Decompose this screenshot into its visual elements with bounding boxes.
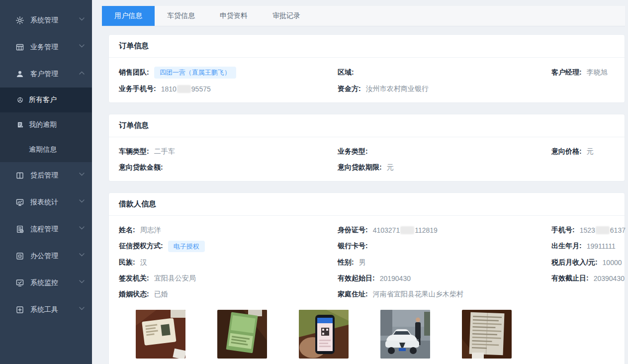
field-label: 签发机关: xyxy=(119,274,149,283)
columns-icon xyxy=(15,171,24,180)
sidebar-item-system-management[interactable]: 系统管理 xyxy=(0,7,92,34)
field-bank-card-number: 银行卡号: xyxy=(338,242,551,251)
main-content: 用户信息车贷信息申贷资料审批记录 订单信息销售团队:四团一营（直属王鹏飞）区域:… xyxy=(92,0,628,364)
tab-loan-application-docs[interactable]: 申贷资料 xyxy=(207,6,260,26)
field-tag: 电子授权 xyxy=(168,241,205,253)
field-value: 汉 xyxy=(140,258,147,267)
monitor-icon xyxy=(15,198,24,207)
field-valid-from: 有效起始日:20190430 xyxy=(338,274,551,283)
chevron-down-icon xyxy=(79,253,85,259)
other-document-photo[interactable]: 其他材料 xyxy=(462,310,512,364)
field-label: 银行卡号: xyxy=(338,242,368,251)
field-row: 姓名:周志洋身份证号:4103271112819手机号:15236137 xyxy=(119,225,615,236)
field-row: 车辆类型:二手车业务类型:意向价格:元 xyxy=(119,146,615,157)
sidebar-item-report-statistics[interactable]: 报表统计 xyxy=(0,189,92,216)
sidebar-item-label: 系统管理 xyxy=(30,16,79,25)
tab-car-loan-info[interactable]: 车贷信息 xyxy=(155,6,207,26)
sidebar-item-label: 流程管理 xyxy=(30,225,79,234)
field-label: 资金方: xyxy=(338,85,361,93)
field-valid-to: 有效截止日:20390430 xyxy=(551,274,625,283)
field-row: 业务手机号:181095575资金方:汝州市农村商业银行 xyxy=(119,84,615,94)
sidebar-item-business-management[interactable]: 业务管理 xyxy=(0,34,92,61)
sidebar-item-system-monitor[interactable]: 系统监控 xyxy=(0,270,92,296)
field-label: 出生年月: xyxy=(551,242,582,251)
sidebar: 系统管理业务管理客户管理所有客户我的逾期逾期信息贷后管理报表统计流程管理办公管理… xyxy=(0,0,92,364)
chevron-down-icon xyxy=(79,226,85,232)
field-ethnicity: 民族:汉 xyxy=(119,258,338,267)
sidebar-item-process-management[interactable]: 流程管理 xyxy=(0,216,92,243)
sidebar-item-label: 报表统计 xyxy=(30,198,79,207)
chevron-up-icon xyxy=(79,71,85,77)
field-label: 意向贷款金额: xyxy=(119,163,163,172)
chevron-down-icon xyxy=(79,280,85,286)
field-value-prefix: 1523 xyxy=(580,226,595,234)
field-value: 20190430 xyxy=(380,274,411,282)
sidebar-item-label: 办公管理 xyxy=(30,252,79,261)
field-row: 婚姻状态:已婚家庭住址:河南省宜阳县花果山乡木柴村 xyxy=(119,289,615,300)
field-credit-auth-method: 征信授权方式:电子授权 xyxy=(119,241,338,253)
user-icon xyxy=(15,70,24,79)
field-account-manager: 客户经理:李晓旭 xyxy=(551,68,615,77)
ledger-icon xyxy=(16,121,24,129)
photo-thumbnail xyxy=(380,310,430,359)
sidebar-item-system-tools[interactable]: 系统工具 xyxy=(0,296,92,323)
cards-container: 订单信息销售团队:四团一营（直属王鹏飞）区域:客户经理:李晓旭业务手机号:181… xyxy=(108,34,625,364)
sidebar-item-overdue-info[interactable]: 逾期信息 xyxy=(0,137,92,162)
field-label: 税后月收入/元: xyxy=(551,258,598,267)
tab-bar: 用户信息车贷信息申贷资料审批记录 xyxy=(102,6,625,26)
sidebar-item-my-overdue[interactable]: 我的逾期 xyxy=(0,112,92,137)
field-value: 元 xyxy=(587,147,594,156)
field-value: 河南省宜阳县花果山乡木柴村 xyxy=(373,290,463,299)
field-value-prefix: 4103271 xyxy=(373,226,400,234)
card-order-info-1: 订单信息销售团队:四团一营（直属王鹏飞）区域:客户经理:李晓旭业务手机号:181… xyxy=(108,34,625,103)
field-value: 已婚 xyxy=(154,290,168,299)
vehicle-license-photo[interactable]: 行驶证照片 xyxy=(217,310,267,364)
field-label: 业务手机号: xyxy=(119,85,156,93)
field-vehicle-type: 车辆类型:二手车 xyxy=(119,147,338,156)
sidebar-item-label: 业务管理 xyxy=(30,43,79,52)
field-label: 意向价格: xyxy=(551,147,582,156)
tab-approval-records[interactable]: 审批记录 xyxy=(260,6,313,26)
sidebar-item-customer-management[interactable]: 客户管理 xyxy=(0,61,92,88)
auth-screenshot-photo[interactable]: 授权截图 xyxy=(299,310,349,364)
card-body: 姓名:周志洋身份证号:4103271112819手机号:15236137征信授权… xyxy=(109,216,625,364)
sidebar-item-label: 我的逾期 xyxy=(29,120,57,129)
field-label: 身份证号: xyxy=(338,226,368,235)
field-label: 征信授权方式: xyxy=(119,242,163,251)
office-icon xyxy=(15,252,24,261)
field-intended-loan-term: 意向贷款期限:元 xyxy=(338,163,551,172)
grid-icon xyxy=(15,43,24,52)
redaction-blur xyxy=(177,85,191,93)
field-label: 客户经理: xyxy=(551,68,582,77)
field-value: 二手车 xyxy=(154,147,175,156)
id-card-photo[interactable]: 身份证 xyxy=(136,310,185,364)
sidebar-item-all-customers[interactable]: 所有客户 xyxy=(0,88,92,112)
field-value-prefix: 1810 xyxy=(161,85,177,93)
card-body: 车辆类型:二手车业务类型:意向价格:元意向贷款金额:意向贷款期限:元 xyxy=(109,137,625,181)
tab-user-info[interactable]: 用户信息 xyxy=(102,6,155,26)
redaction-blur xyxy=(400,226,414,234)
field-label: 销售团队: xyxy=(119,68,149,77)
person-car-photo[interactable]: 人车合影 xyxy=(380,310,430,364)
sidebar-item-office-management[interactable]: 办公管理 xyxy=(0,243,92,270)
field-value: 20390430 xyxy=(594,274,625,282)
field-value-suffix: 112819 xyxy=(415,226,438,234)
field-sales-team: 销售团队:四团一营（直属王鹏飞） xyxy=(119,67,338,79)
gear-icon xyxy=(15,16,24,25)
no-icon xyxy=(16,146,24,154)
field-birth-date: 出生年月:19911111 xyxy=(551,242,616,251)
sidebar-item-label: 系统监控 xyxy=(30,278,79,287)
field-funder: 资金方:汝州市农村商业银行 xyxy=(338,85,551,93)
chevron-down-icon xyxy=(79,307,85,313)
photo-thumbnail xyxy=(299,310,349,359)
photo-row: 身份证行驶证照片授权截图人车合影其他材料 xyxy=(136,310,615,364)
redaction-blur xyxy=(596,226,610,234)
field-value: 元 xyxy=(387,163,394,172)
field-row: 意向贷款金额:意向贷款期限:元 xyxy=(119,162,615,173)
sidebar-item-label: 客户管理 xyxy=(30,70,79,79)
field-business-type: 业务类型: xyxy=(338,147,551,156)
sidebar-item-post-loan-management[interactable]: 贷后管理 xyxy=(0,162,92,189)
toolbox-icon xyxy=(15,305,24,314)
photo-thumbnail xyxy=(217,310,267,359)
card-title: 订单信息 xyxy=(109,114,625,137)
